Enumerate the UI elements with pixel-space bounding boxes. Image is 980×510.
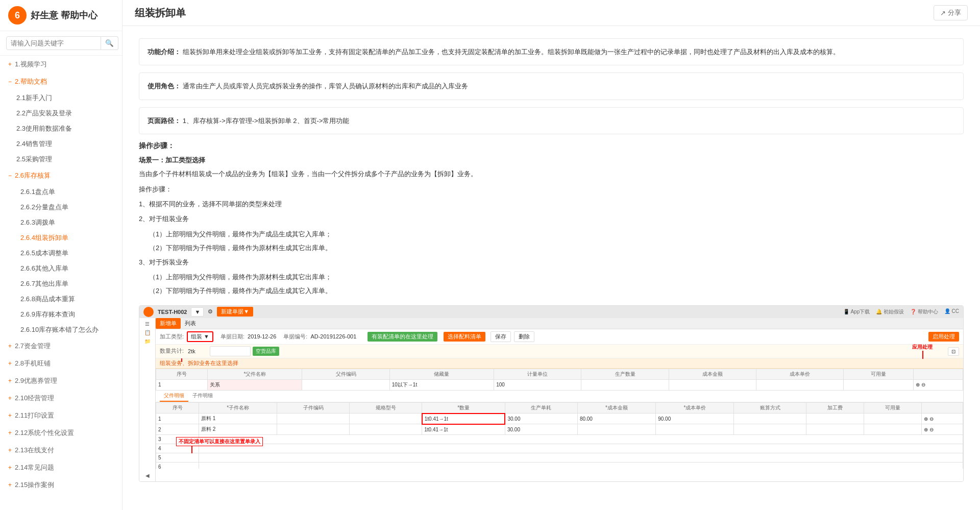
sidebar-item-inventory[interactable]: − 2.6库存核算 xyxy=(0,167,122,184)
sim-apply-btn[interactable]: 启用处理 xyxy=(928,332,959,342)
sim-date-val: 2019-12-26 xyxy=(248,333,276,339)
plus-icon: + xyxy=(8,61,12,68)
sidebar-item-cost-adjust[interactable]: 2.6.5成本调整单 xyxy=(0,246,122,261)
sim-icon-help: 🔔 初始假设 xyxy=(876,308,904,315)
sidebar-item-cases[interactable]: + 2.15操作案例 xyxy=(0,476,122,494)
step3-sub2: （2）下部明细为子件明细，最终作为产成品生成其它入库单。 xyxy=(149,285,964,297)
step3-sub1: （1）上部明细为父件明细，最终作为原材料生成其它出库单； xyxy=(149,271,964,283)
sidebar-item-payment[interactable]: + 2.13在线支付 xyxy=(0,442,122,459)
sidebar-item-purchase[interactable]: 2.5采购管理 xyxy=(0,152,122,167)
sim-alert-text: 有装配清单的在这里处理 xyxy=(368,332,437,342)
sidebar-item-other-out[interactable]: 2.6.7其他出库单 xyxy=(0,276,122,292)
sim-tab-list[interactable]: 列表 xyxy=(181,318,200,329)
sim-tab-bar: 新增单 列表 xyxy=(156,318,963,329)
sim-doc-toolbar: 加工类型: 组装 ▼ 单据日期: 2019-12-26 单据编号: AD-201… xyxy=(156,329,963,345)
sim-tab-new[interactable]: 新增单 xyxy=(156,318,181,329)
intro-block: 功能介绍： 组装拆卸单用来处理企业组装或拆卸等加工业务，支持有固定装配清单的产品… xyxy=(139,38,964,65)
search-input[interactable] xyxy=(6,36,101,50)
sim-bottom-table: 序号 *子件名称 子件编码 规格型号 *数量 生产单耗 *成本金额 *成本单价 xyxy=(156,402,963,469)
sidebar-item-stock-ledger[interactable]: 2.6.9库存账本查询 xyxy=(0,307,122,322)
annotation-apply: 应用处理 xyxy=(912,344,933,359)
sim-delete-btn[interactable]: 删除 xyxy=(514,331,534,342)
sim-subtab-parent[interactable]: 父件明细 xyxy=(160,391,188,402)
share-icon: ↗ xyxy=(940,9,946,17)
sidebar-item-video-learning[interactable]: + 1.视频学习 xyxy=(0,56,122,73)
sidebar-item-data-prep[interactable]: 2.3使用前数据准备 xyxy=(0,121,122,136)
sidebar-item-newuser[interactable]: 2.1新手入门 xyxy=(0,90,122,106)
minus-icon-inventory: − xyxy=(8,172,12,179)
role-label: 使用角色： xyxy=(148,82,181,90)
sidebar-item-other-in[interactable]: 2.6.6其他入库单 xyxy=(0,261,122,276)
sidebar-item-help-docs[interactable]: − 2.帮助文档 xyxy=(0,73,122,90)
ops-steps-label: 操作步骤： xyxy=(139,183,964,195)
sim-docnum-val: AD-20191226-001 xyxy=(310,333,356,339)
sim-select-bom-btn[interactable]: 选择配料清单 xyxy=(444,332,485,342)
sim-bottom-table-container: 序号 *子件名称 子件编码 规格型号 *数量 生产单耗 *成本金额 *成本单价 xyxy=(156,402,963,469)
sim-gear: ⚙ xyxy=(208,308,213,315)
sim-warehouse-input[interactable] xyxy=(210,346,251,356)
table-row: 5 xyxy=(156,453,963,463)
sidebar-item-cost-recalc[interactable]: 2.6.8商品成本重算 xyxy=(0,292,122,307)
role-block: 使用角色： 通常由生产人员或库管人员完成拆装业务的操作，库管人员确认原材料的出库… xyxy=(139,72,964,100)
sim-doc-area: 新增单 列表 加工类型: 组装 ▼ 单据日期: 2019-12-26 xyxy=(156,318,963,481)
sidebar-item-print[interactable]: + 2.11打印设置 xyxy=(0,407,122,424)
sim-expand-btn[interactable]: ⊡ xyxy=(948,347,959,356)
sim-dropdown1[interactable]: ▼ xyxy=(191,307,204,317)
sidebar-item-stocktake[interactable]: 2.6.1盘点单 xyxy=(0,184,122,200)
plus-icon-3: + xyxy=(8,360,12,367)
app-logo: 6 xyxy=(8,6,27,25)
step3: 3、对于拆装业务 xyxy=(139,256,964,268)
share-button[interactable]: ↗ 分享 xyxy=(934,5,968,20)
intro-text: 组装拆卸单用来处理企业组装或拆卸等加工业务，支持有固定装配清单的产品加工业务，也… xyxy=(183,48,840,56)
plus-icon-2: + xyxy=(8,343,12,350)
table-row: 3 xyxy=(156,435,963,444)
table-row: 1 关系 10以下→1t 100 xyxy=(156,379,963,390)
sim-icon-help2: ❓ 帮助中心 xyxy=(910,308,938,315)
plus-icon-6: + xyxy=(8,412,12,419)
sim-confirm-btn[interactable]: 空货品库 xyxy=(253,347,279,356)
sim-window-title: TEST-H002 xyxy=(158,309,187,315)
sidebar-nav: + 1.视频学习 − 2.帮助文档 2.1新手入门 2.2产品安装及登录 2.3… xyxy=(0,56,122,510)
annotation-freeform: 不固定清单可以直接在这里置单录入 xyxy=(176,437,263,453)
scene1-desc: 当由多个子件材料组装成一个成品的业务为【组装】业务，当由一个父件拆分成多个子产品… xyxy=(139,168,964,180)
sidebar-item-assembly[interactable]: 2.6.4组装拆卸单 xyxy=(0,230,122,246)
sidebar-item-ledger-fix[interactable]: 2.6.10库存账本错了怎么办 xyxy=(0,322,122,337)
role-text: 通常由生产人员或库管人员完成拆装业务的操作，库管人员确认原材料的出库和产成品的入… xyxy=(183,82,468,90)
path-block: 页面路径： 1、库存核算->库存管理->组装拆卸单 2、首页->常用功能 xyxy=(139,107,964,134)
sim-type-select[interactable]: 组装 ▼ xyxy=(187,331,213,342)
plus-icon-10: + xyxy=(8,481,12,489)
sim-icon-avatar: 👤 CC xyxy=(944,308,959,315)
nav-section-2: − 2.帮助文档 2.1新手入门 2.2产品安装及登录 2.3使用前数据准备 2… xyxy=(0,73,122,494)
sidebar-item-partial-stocktake[interactable]: 2.6.2分量盘点单 xyxy=(0,200,122,215)
sim-section-label: 组装业务、拆卸业务在这里选择 xyxy=(156,358,963,369)
sidebar-item-sales[interactable]: 2.4销售管理 xyxy=(0,136,122,152)
main-content: 组装拆卸单 ↗ 分享 功能介绍： 组装拆卸单用来处理企业组装或拆卸等加工业务，支… xyxy=(122,0,980,510)
sidebar-item-mobile[interactable]: + 2.8手机旺铺 xyxy=(0,355,122,372)
sim-save-btn[interactable]: 保存 xyxy=(491,331,511,342)
top-bar: 组装拆卸单 ↗ 分享 xyxy=(122,0,980,26)
sidebar-item-faq[interactable]: + 2.14常见问题 xyxy=(0,459,122,476)
table-row: 6 xyxy=(156,463,963,469)
sidebar-item-transfer[interactable]: 2.6.3调拨单 xyxy=(0,215,122,230)
sim-date-label: 单据日期: xyxy=(220,333,244,341)
sim-type-label: 加工类型: xyxy=(160,333,184,341)
sim-app-logo xyxy=(143,307,154,317)
sidebar-item-coupon[interactable]: + 2.9优惠券管理 xyxy=(0,372,122,390)
sidebar-item-finance[interactable]: + 2.7资金管理 xyxy=(0,337,122,355)
sim-new-doc-btn[interactable]: 新建单据▼ xyxy=(217,307,253,317)
page-title: 组装拆卸单 xyxy=(135,6,186,20)
step2-sub1: （1）上部明细为父件明细，最终作为产成品生成其它入库单； xyxy=(149,228,964,240)
sim-top-table: 序号 *父件名称 父件编码 储藏量 计量单位 生产数量 成本金额 成本单价 可用 xyxy=(156,369,963,391)
plus-icon-7: + xyxy=(8,429,12,436)
search-button[interactable]: 🔍 xyxy=(101,36,118,50)
sidebar-item-mgmt[interactable]: + 2.10经营管理 xyxy=(0,390,122,407)
nav-sub-items: 2.1新手入门 2.2产品安装及登录 2.3使用前数据准备 2.4销售管理 2.… xyxy=(0,90,122,494)
table-row: 1 原料 1 1t0.41→1t 30.00 80.00 90.00 xyxy=(156,414,963,424)
sidebar-item-install[interactable]: 2.2产品安装及登录 xyxy=(0,106,122,121)
sim-top-table-container: 序号 *父件名称 父件编码 储藏量 计量单位 生产数量 成本金额 成本单价 可用 xyxy=(156,369,963,391)
content-area: 功能介绍： 组装拆卸单用来处理企业组装或拆卸等加工业务，支持有固定装配清单的产品… xyxy=(122,26,980,510)
sim-subtab-child[interactable]: 子件明细 xyxy=(188,391,217,402)
sidebar: 6 好生意 帮助中心 🔍 + 1.视频学习 − 2.帮助文档 2.1新手入门 2… xyxy=(0,0,122,510)
search-box: 🔍 xyxy=(0,31,122,56)
sidebar-item-customize[interactable]: + 2.12系统个性化设置 xyxy=(0,424,122,442)
